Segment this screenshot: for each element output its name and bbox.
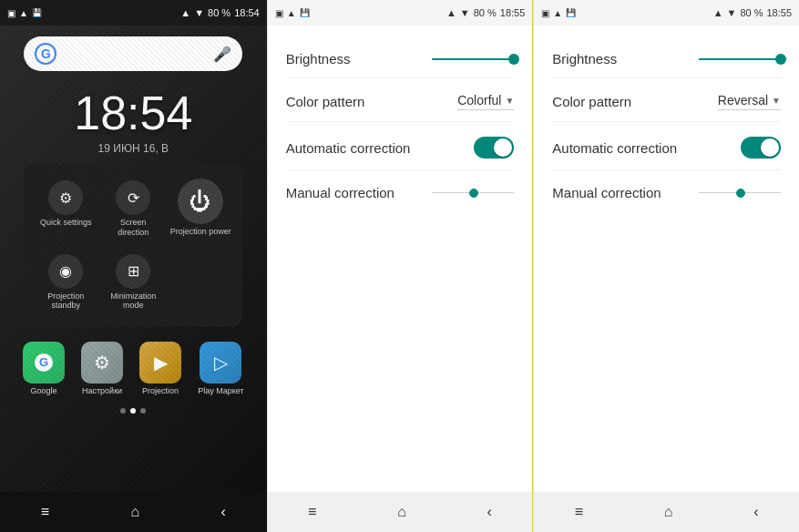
google-logo: G [35, 43, 56, 65]
app-projection[interactable]: ▶ Projection [139, 342, 181, 395]
nav-back-home[interactable]: ‹ [203, 496, 244, 527]
brightness-slider-2[interactable] [699, 58, 781, 60]
nav-home-home[interactable]: ⌂ [113, 496, 159, 527]
svg-text:G: G [39, 355, 48, 369]
signal-icon: ▲ [180, 7, 190, 18]
dot-1 [120, 408, 126, 414]
manual-track-1 [432, 192, 514, 193]
nav-home-s2[interactable]: ⌂ [646, 496, 691, 527]
time-s2: 18:55 [766, 7, 792, 18]
brightness-label-2: Brightness [552, 51, 617, 66]
manual-slider-1[interactable] [432, 192, 514, 193]
battery-text: 80 % [208, 7, 230, 18]
time-s1: 18:55 [500, 7, 526, 18]
search-bar[interactable]: G 🎤 [24, 36, 242, 71]
color-pattern-dropdown-2[interactable]: Reversal ▼ [718, 93, 781, 110]
manual-correction-control-1 [432, 192, 514, 193]
settings-content-1: Brightness Color pattern Colorful ▼ Auto… [268, 26, 533, 492]
app-label-google: Google [31, 386, 57, 395]
date-display: 19 ИЮН 16, В [98, 142, 169, 155]
google-icon: G [23, 342, 65, 384]
quick-grid: ⚙ Quick settings ⟳ Screen direction ⏻ Pr… [35, 175, 231, 316]
dropdown-arrow-1: ▼ [505, 96, 514, 106]
power-button[interactable]: ⏻ [178, 179, 223, 224]
settings-panel-1: ▣ ▲ 💾 ▲ ▼ 80 % 18:55 Brightness Color pa… [267, 0, 533, 532]
manual-correction-control-2 [699, 192, 781, 193]
status-left-s1: ▣ ▲ 💾 [275, 8, 310, 18]
app-play[interactable]: ▷ Play Маркет [198, 342, 243, 395]
signal-s2: ▲ [553, 8, 562, 18]
quick-label-standby: Projection standby [38, 292, 93, 312]
signal-s1: ▲ [287, 8, 296, 18]
status-bar-settings2: ▣ ▲ 💾 ▲ ▼ 80 % 18:55 [534, 0, 799, 26]
battery-s1: 80 % [474, 7, 497, 18]
quick-item-direction[interactable]: ⟳ Screen direction [102, 175, 164, 243]
signal-bars: ▲ [19, 8, 28, 18]
brightness-control-2 [699, 58, 781, 60]
settings-content-2: Brightness Color pattern Reversal ▼ Auto… [534, 26, 799, 492]
manual-correction-row-1: Manual correction [286, 174, 515, 211]
app-icon-settings: ⚙ [81, 342, 123, 384]
auto-correction-toggle-2[interactable] [741, 137, 781, 159]
quick-settings-popup: ⚙ Quick settings ⟳ Screen direction ⏻ Pr… [24, 164, 242, 327]
app-label-settings: Настройки [82, 386, 122, 395]
auto-correction-toggle-1[interactable] [474, 137, 514, 159]
nav-menu-home[interactable]: ≡ [23, 496, 67, 527]
save-icon-s1: 💾 [300, 8, 310, 17]
quick-item-minimize[interactable]: ⊞ Minimization mode [102, 249, 164, 317]
dot-3 [140, 408, 146, 414]
manual-thumb-1 [469, 189, 478, 198]
mic-icon[interactable]: 🎤 [213, 45, 231, 63]
status-left-s2: ▣ ▲ 💾 [541, 8, 576, 18]
bottom-nav-s2: ≡ ⌂ ‹ [534, 492, 799, 532]
manual-correction-label-2: Manual correction [552, 185, 661, 200]
power-label: Projection power [170, 227, 231, 236]
quick-label-minimize: Minimization mode [106, 292, 160, 312]
minimize-icon: ⊞ [116, 254, 150, 289]
status-bar-home: ▣ ▲ 💾 ▲ ▼ 80 % 18:54 [0, 0, 267, 26]
color-pattern-dropdown-1[interactable]: Colorful ▼ [457, 93, 514, 110]
wifi-s2: ▼ [727, 7, 737, 18]
manual-thumb-2 [736, 189, 745, 198]
app-icon-projection: ▶ [139, 342, 181, 384]
sim-icon-s2: ▣ [541, 8, 549, 18]
home-background: G 🎤 18:54 19 ИЮН 16, В ⚙ Quick settings … [0, 26, 267, 492]
status-right-s1: ▲ ▼ 80 % 18:55 [446, 7, 525, 18]
standby-icon: ◉ [48, 254, 83, 289]
signal-icon-s2: ▲ [713, 7, 723, 18]
settings-panel-2: ▣ ▲ 💾 ▲ ▼ 80 % 18:55 Brightness Color pa… [533, 0, 799, 532]
sim-icon-s1: ▣ [275, 8, 283, 18]
brightness-slider-1[interactable] [432, 58, 514, 60]
color-pattern-control-2: Reversal ▼ [718, 93, 781, 110]
nav-back-s2[interactable]: ‹ [735, 496, 776, 527]
wifi-icon: ▼ [194, 7, 204, 18]
color-pattern-value-1: Colorful [457, 93, 501, 107]
home-panel: ▣ ▲ 💾 ▲ ▼ 80 % 18:54 G 🎤 18:54 19 ИЮН 16… [0, 0, 267, 532]
app-settings[interactable]: ⚙ Настройки [81, 342, 123, 395]
quick-item-settings[interactable]: ⚙ Quick settings [35, 175, 97, 243]
dot-2-active [130, 408, 136, 414]
status-bar-settings1: ▣ ▲ 💾 ▲ ▼ 80 % 18:55 [268, 0, 533, 26]
nav-home-s1[interactable]: ⌂ [379, 496, 425, 527]
clock-display: 18:54 [74, 86, 192, 140]
color-pattern-control-1: Colorful ▼ [457, 93, 514, 110]
signal-icon-s1: ▲ [446, 7, 456, 18]
nav-back-s1[interactable]: ‹ [469, 496, 510, 527]
manual-track-2 [699, 192, 781, 193]
nav-menu-s1[interactable]: ≡ [290, 496, 334, 527]
brightness-thumb-1[interactable] [508, 54, 519, 65]
auto-correction-label-1: Automatic correction [286, 140, 411, 156]
quick-item-standby[interactable]: ◉ Projection standby [35, 249, 97, 317]
manual-correction-row-2: Manual correction [552, 174, 781, 211]
brightness-thumb-2[interactable] [775, 54, 786, 65]
nav-menu-s2[interactable]: ≡ [557, 496, 601, 527]
manual-slider-2[interactable] [699, 192, 781, 193]
page-dots [120, 408, 146, 414]
save-icon: 💾 [32, 8, 42, 17]
auto-correction-row-2: Automatic correction [552, 126, 781, 170]
quick-label-settings: Quick settings [40, 218, 92, 228]
brightness-row-1: Brightness [286, 40, 515, 78]
app-label-play: Play Маркет [198, 386, 243, 395]
brightness-fill-2 [699, 58, 781, 60]
app-google[interactable]: G Google [23, 342, 65, 395]
